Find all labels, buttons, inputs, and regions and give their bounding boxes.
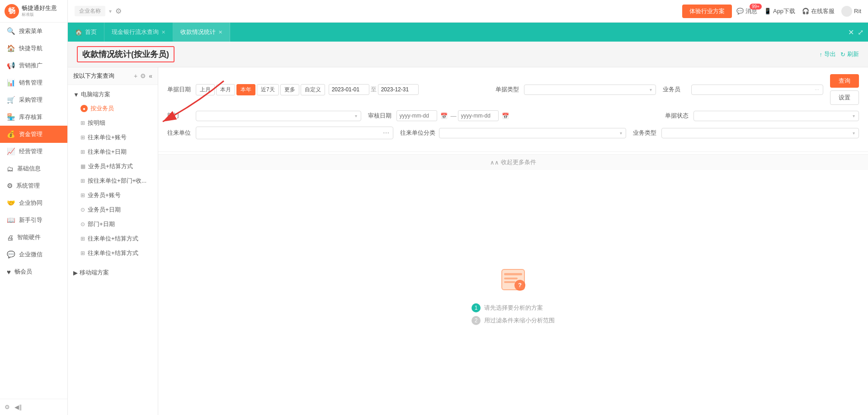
doc-type-select[interactable]: ▾ bbox=[524, 85, 656, 95]
scheme-item-staff[interactable]: ● 按业务员 bbox=[68, 101, 158, 116]
from-unit-more[interactable]: ⋯ bbox=[383, 129, 389, 137]
sidebar-item-finance[interactable]: 💰 资金管理 bbox=[0, 126, 67, 143]
sidebar-item-quicknav[interactable]: 🏠 快捷导航 bbox=[0, 40, 67, 57]
breadcrumb-arrow: ▾ bbox=[109, 8, 112, 14]
tab-close-all[interactable]: ✕ bbox=[848, 28, 854, 37]
scheme-item-unit-settle2[interactable]: ⊞ 往来单位+结算方式 bbox=[68, 246, 158, 260]
from-unit-class-select[interactable]: ▾ bbox=[439, 128, 626, 138]
refresh-button[interactable]: ↻ 刷新 bbox=[840, 50, 859, 58]
date-tab-lastmonth[interactable]: 上月 bbox=[196, 84, 215, 95]
sidebar-item-system[interactable]: ⚙ 系统管理 bbox=[0, 177, 67, 194]
scheme-item-unit-account[interactable]: ⊞ 往来单位+账号 bbox=[68, 130, 158, 145]
date-from-input[interactable] bbox=[329, 84, 369, 95]
sidebar-bottom-settings[interactable]: ⚙ bbox=[5, 404, 10, 410]
tab-home[interactable]: 🏠 首页 bbox=[68, 23, 104, 42]
svg-text:?: ? bbox=[518, 282, 522, 288]
mobile-group-header[interactable]: ▶ 移动端方案 bbox=[68, 266, 158, 279]
staff-label: 业务员 bbox=[663, 85, 688, 94]
empty-step-2: 2 用过滤条件来缩小分析范围 bbox=[472, 316, 555, 325]
date-tab-thismonth[interactable]: 本月 bbox=[216, 84, 235, 95]
scheme-item-unit-dept[interactable]: ⊞ 按往来单位+部门+收... bbox=[68, 174, 158, 188]
sidebar-item-search[interactable]: 🔍 搜索菜单 bbox=[0, 23, 67, 40]
scheme-staff-settle-icon: ▦ bbox=[80, 163, 85, 170]
topbar: 企业名称 ▾ ⚙ 体验行业方案 💬 消息 99+ 📱 App下载 🎧 在线客服 … bbox=[68, 0, 868, 23]
hardware-icon: 🖨 bbox=[7, 234, 14, 241]
scheme-item-staff-date[interactable]: ⊙ 业务员+日期 bbox=[68, 203, 158, 217]
sidebar-item-base[interactable]: 🗂 基础信息 bbox=[0, 160, 67, 177]
scheme-item-detail[interactable]: ⊞ 按明细 bbox=[68, 116, 158, 130]
date-to-input[interactable] bbox=[378, 84, 419, 95]
tab-receivables[interactable]: 收款情况统计 ✕ bbox=[173, 23, 230, 42]
scheme-item-unit-date[interactable]: ⊞ 往来单位+日期 bbox=[68, 145, 158, 159]
vip-icon: ♥ bbox=[7, 268, 11, 276]
sidebar-item-hardware[interactable]: 🖨 智能硬件 bbox=[0, 229, 67, 246]
biz-type-select[interactable]: ▾ bbox=[661, 128, 859, 138]
sidebar-item-wechat[interactable]: 💬 企业微信 bbox=[0, 246, 67, 263]
dept-select[interactable]: ▾ bbox=[196, 111, 361, 121]
scheme-item-dept-date[interactable]: ⊙ 部门+日期 bbox=[68, 217, 158, 231]
panel-actions: + ⚙ « bbox=[134, 72, 152, 80]
date-tab-7days[interactable]: 近7天 bbox=[257, 84, 279, 95]
staff-field: 业务员 ⋯ bbox=[663, 85, 823, 95]
logo-icon: 畅 bbox=[5, 4, 19, 19]
sidebar-item-sales[interactable]: 📊 销售管理 bbox=[0, 74, 67, 91]
scheme-settings-button[interactable]: ⚙ bbox=[140, 72, 146, 80]
sales-icon: 📊 bbox=[7, 79, 15, 87]
online-service-button[interactable]: 🎧 在线客服 bbox=[802, 7, 835, 15]
from-unit-select[interactable]: ⋯ bbox=[196, 127, 393, 139]
date-tab-custom[interactable]: 自定义 bbox=[301, 84, 325, 95]
export-icon: ↑ bbox=[820, 51, 823, 58]
date-tab-more[interactable]: 更多 bbox=[280, 84, 299, 95]
sidebar-item-marketing[interactable]: 📢 营销推广 bbox=[0, 57, 67, 74]
date-range-wrap: 至 bbox=[329, 84, 419, 95]
dept-arrow: ▾ bbox=[355, 113, 357, 118]
date-tab-thisyear[interactable]: 本年 bbox=[236, 84, 255, 95]
staff-select[interactable]: ⋯ bbox=[691, 85, 823, 95]
message-button[interactable]: 💬 消息 99+ bbox=[736, 7, 757, 15]
trial-button[interactable]: 体验行业方案 bbox=[682, 5, 732, 18]
home-icon: 🏠 bbox=[75, 29, 82, 36]
tab-maximize[interactable]: ⤢ bbox=[858, 28, 863, 37]
tab-cashflow[interactable]: 现金银行流水查询 ✕ bbox=[104, 23, 173, 42]
sidebar-item-company[interactable]: 🤝 企业协同 bbox=[0, 194, 67, 212]
sidebar-item-vip[interactable]: ♥ 畅会员 bbox=[0, 263, 67, 280]
desktop-group-header[interactable]: ▼ 电脑端方案 bbox=[68, 88, 158, 101]
page-actions: ↑ 导出 ↻ 刷新 bbox=[820, 50, 859, 58]
sidebar-item-guide[interactable]: 📖 新手引导 bbox=[0, 212, 67, 229]
empty-state: ? 1 请先选择要分析的方案 2 用过滤条件来缩小分析范围 bbox=[158, 170, 868, 415]
collapse-conditions-button[interactable]: ∧∧ 收起更多条件 bbox=[158, 154, 868, 170]
app-download-button[interactable]: 📱 App下载 bbox=[764, 7, 795, 15]
quicknav-icon: 🏠 bbox=[7, 44, 15, 52]
panel-collapse-button[interactable]: « bbox=[149, 72, 152, 80]
sidebar-bottom-collapse[interactable]: ◀‖ bbox=[14, 404, 22, 410]
scheme-item-staff-settle[interactable]: ▦ 业务员+结算方式 bbox=[68, 159, 158, 174]
sidebar-item-purchase[interactable]: 🛒 采购管理 bbox=[0, 91, 67, 108]
tab-receivables-close[interactable]: ✕ bbox=[218, 29, 222, 35]
sidebar-bottom: ⚙ ◀‖ bbox=[0, 399, 67, 415]
doc-status-select[interactable]: ▾ bbox=[693, 111, 859, 121]
export-button[interactable]: ↑ 导出 bbox=[820, 50, 836, 58]
user-menu[interactable]: Rit bbox=[841, 6, 861, 17]
topbar-settings-icon[interactable]: ⚙ bbox=[115, 7, 122, 15]
audit-date-from[interactable] bbox=[396, 110, 437, 121]
service-icon: 🎧 bbox=[802, 8, 809, 14]
logo-area: 畅 畅捷通好生意 标准版 bbox=[0, 0, 67, 23]
desktop-scheme-group: ▼ 电脑端方案 ● 按业务员 ⊞ 按明细 ⊞ 往来单位+账号 bbox=[68, 85, 158, 263]
sidebar-item-operations[interactable]: 📈 经营管理 bbox=[0, 143, 67, 160]
query-button[interactable]: 查询 bbox=[830, 74, 859, 88]
audit-date-to[interactable] bbox=[458, 110, 499, 121]
content: 收款情况统计(按业务员) ↑ 导出 ↻ 刷新 按以下方案查询 + bbox=[68, 42, 868, 415]
search-icon: 🔍 bbox=[7, 27, 15, 35]
company-icon: 🤝 bbox=[7, 199, 15, 207]
from-unit-field: 往来单位 ⋯ bbox=[167, 127, 393, 139]
scheme-item-unit-settle1[interactable]: ⊞ 往来单位+结算方式 bbox=[68, 231, 158, 246]
scheme-unit-settle2-icon: ⊞ bbox=[80, 250, 85, 256]
tab-cashflow-close[interactable]: ✕ bbox=[161, 29, 165, 35]
form-row-1: 单据日期 上月 本月 本年 近7天 更多 自定义 至 bbox=[167, 74, 859, 105]
sidebar-nav: 🔍 搜索菜单 🏠 快捷导航 📢 营销推广 📊 销售管理 🛒 采购管理 🏪 库存核… bbox=[0, 23, 67, 399]
scheme-item-staff-account[interactable]: ⊞ 业务员+账号 bbox=[68, 188, 158, 203]
form-settings-button[interactable]: 设置 bbox=[830, 90, 859, 105]
sidebar-item-inventory[interactable]: 🏪 库存核算 bbox=[0, 108, 67, 126]
add-scheme-button[interactable]: + bbox=[134, 72, 137, 80]
audit-date-field: 审核日期 📅 — 📅 bbox=[368, 110, 659, 121]
